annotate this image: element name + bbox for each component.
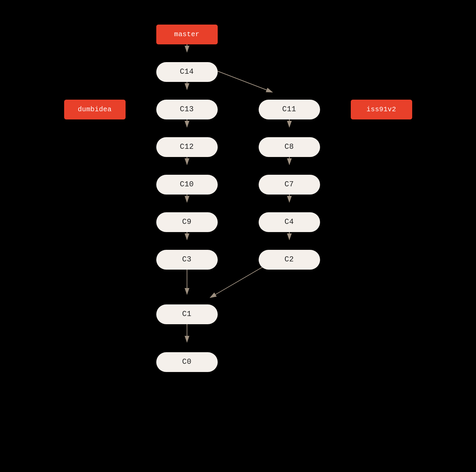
commit-c3: C3 (156, 250, 218, 270)
commit-c13: C13 (156, 100, 218, 119)
commit-c0: C0 (156, 352, 218, 372)
commit-c4: C4 (259, 212, 320, 232)
commit-c2: C2 (259, 250, 320, 270)
commit-c12: C12 (156, 137, 218, 157)
branch-dumbidea: dumbidea (64, 100, 126, 119)
branch-master: master (156, 25, 218, 44)
arrows-layer (51, 14, 426, 458)
commit-c9: C9 (156, 212, 218, 232)
commit-c7: C7 (259, 175, 320, 195)
git-diagram: master C14 dumbidea C13 C11 iss91v2 C12 … (51, 14, 426, 458)
commit-c14: C14 (156, 62, 218, 82)
branch-iss91v2: iss91v2 (351, 100, 412, 119)
commit-c10: C10 (156, 175, 218, 195)
commit-c8: C8 (259, 137, 320, 157)
commit-c11: C11 (259, 100, 320, 119)
commit-c1: C1 (156, 304, 218, 324)
